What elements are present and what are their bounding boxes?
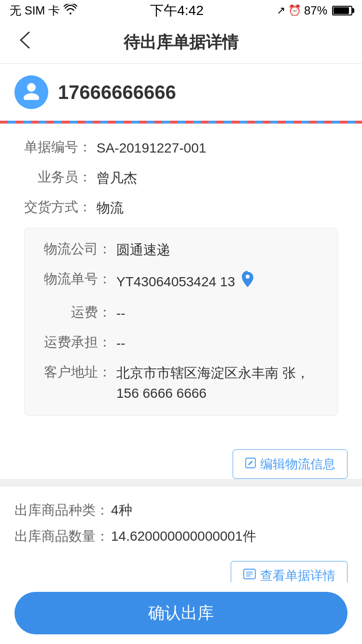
document-number-row: 单据编号： SA-20191227-001: [14, 138, 348, 158]
delivery-value: 物流: [97, 198, 348, 218]
status-indicators: ↗ ⏰ 87%: [277, 4, 352, 17]
bottom-bar: 确认出库: [0, 582, 362, 644]
avatar: [14, 75, 48, 109]
freight-value: --: [116, 303, 328, 323]
goods-quantity-value: 14.620000000000001件: [111, 527, 256, 546]
tracking-number-label: 物流单号：: [34, 270, 111, 288]
person-icon: [22, 81, 41, 104]
status-carrier: 无 SIM 卡: [10, 3, 77, 18]
goods-types-value: 4种: [111, 501, 132, 519]
battery-percent: 87%: [304, 4, 327, 17]
battery-icon: [332, 6, 352, 15]
view-details-label: 查看单据详情: [260, 567, 335, 584]
freight-label: 运费：: [34, 303, 111, 322]
document-number-label: 单据编号：: [14, 138, 92, 156]
svg-point-2: [246, 275, 250, 279]
carrier-text: 无 SIM 卡: [10, 3, 60, 18]
status-time: 下午4:42: [150, 1, 204, 20]
freight-bearer-value: --: [116, 333, 328, 353]
section-divider-1: [0, 479, 362, 487]
document-number-value: SA-20191227-001: [97, 138, 348, 158]
edit-action-bar: 编辑物流信息: [0, 440, 362, 479]
edit-logistics-label: 编辑物流信息: [260, 456, 335, 473]
customer-address-value: 北京市市辖区海淀区永丰南 张，156 6666 6666: [116, 363, 328, 404]
customer-header: 17666666666: [0, 64, 362, 121]
customer-address-label: 客户地址：: [34, 363, 111, 381]
location-status-icon: ↗: [277, 4, 285, 17]
salesman-row: 业务员： 曾凡杰: [14, 168, 348, 188]
edit-logistics-button[interactable]: 编辑物流信息: [233, 449, 348, 479]
customer-address-row: 客户地址： 北京市市辖区海淀区永丰南 张，156 6666 6666: [34, 363, 328, 404]
logistics-company-row: 物流公司： 圆通速递: [34, 240, 328, 260]
svg-point-0: [27, 83, 36, 92]
page-title: 待出库单据详情: [124, 31, 238, 54]
goods-types-row: 出库商品种类： 4种: [14, 501, 348, 519]
freight-bearer-label: 运费承担：: [34, 333, 111, 351]
tracking-number-value: YT43064053424 13: [116, 270, 328, 294]
wifi-icon: [64, 4, 77, 17]
salesman-value: 曾凡杰: [97, 168, 348, 188]
map-pin-icon[interactable]: [240, 270, 255, 294]
list-icon: [243, 568, 256, 583]
confirm-outbound-button[interactable]: 确认出库: [14, 592, 348, 634]
logistics-company-label: 物流公司：: [34, 240, 111, 258]
goods-quantity-row: 出库商品数量： 14.620000000000001件: [14, 527, 348, 546]
freight-row: 运费： --: [34, 303, 328, 323]
tracking-number-text: YT43064053424 13: [116, 272, 235, 292]
delivery-label: 交货方式：: [14, 198, 92, 216]
logistics-company-value: 圆通速递: [116, 240, 328, 260]
nav-bar: 待出库单据详情: [0, 21, 362, 64]
tracking-number-row: 物流单号： YT43064053424 13: [34, 270, 328, 294]
goods-quantity-label: 出库商品数量：: [14, 527, 111, 546]
main-content: 17666666666 单据编号： SA-20191227-001 业务员： 曾…: [0, 64, 362, 644]
delivery-row: 交货方式： 物流: [14, 198, 348, 218]
customer-phone: 17666666666: [58, 82, 176, 103]
svg-point-1: [24, 93, 39, 100]
alarm-icon: ⏰: [288, 4, 301, 17]
status-bar: 无 SIM 卡 下午4:42 ↗ ⏰ 87%: [0, 0, 362, 21]
logistics-card: 物流公司： 圆通速递 物流单号： YT43064053424 13 运费：: [24, 228, 338, 416]
confirm-btn-label: 确认出库: [148, 602, 214, 624]
freight-bearer-row: 运费承担： --: [34, 333, 328, 353]
edit-icon: [245, 457, 256, 472]
document-info-section: 单据编号： SA-20191227-001 业务员： 曾凡杰 交货方式： 物流 …: [0, 124, 362, 430]
goods-types-label: 出库商品种类：: [14, 501, 111, 519]
back-button[interactable]: [14, 27, 35, 58]
salesman-label: 业务员：: [14, 168, 92, 186]
